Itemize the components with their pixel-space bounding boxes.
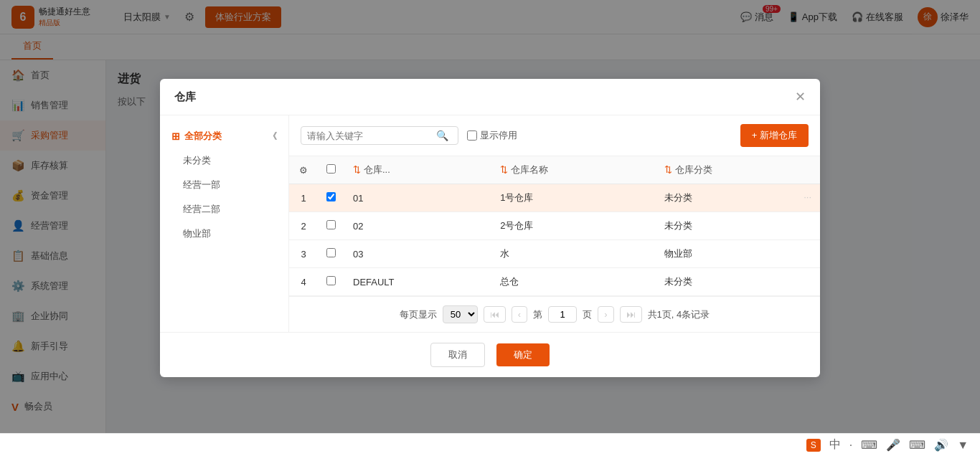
row-checkbox[interactable] [318,184,344,212]
prev-page-button[interactable]: ‹ [512,306,527,323]
per-page-select[interactable]: 50 [443,305,478,323]
modal-body: ⊞ 全部分类 《 未分类 经营一部 经营二部 物业部 🔍 [160,115,820,332]
row-checkbox[interactable] [318,268,344,296]
show-disabled-label[interactable]: 显示停用 [467,129,517,142]
row-name: 总仓 [491,268,656,296]
table-row[interactable]: 2 02 2号仓库 未分类 [289,212,820,240]
col-settings: ⚙ [289,156,318,184]
collapse-icon: 《 [268,130,277,143]
network-icon[interactable]: 🔊 [934,438,948,452]
row-code: 02 [344,212,491,240]
table-row[interactable]: 1 01 1号仓库 未分类··· [289,184,820,212]
modal-header: 仓库 ✕ [160,79,820,115]
first-page-button[interactable]: ⏮ [484,306,506,323]
row-category: 未分类 [656,268,820,296]
category-item-property[interactable]: 物业部 [160,222,288,246]
chinese-input-icon[interactable]: S [806,439,821,452]
category-item-unclassified[interactable]: 未分类 [160,148,288,173]
row-checkbox[interactable] [318,212,344,240]
show-disabled-checkbox[interactable] [467,130,477,141]
last-page-button[interactable]: ⏭ [620,306,642,323]
col-checkbox [318,156,344,184]
row-category: 未分类 [656,212,820,240]
col-name: ⇅仓库名称 [491,156,656,184]
warehouse-table: ⚙ ⇅仓库... ⇅仓库名称 ⇅仓库分类 1 01 1号仓库 未分类··· 2 … [289,156,820,296]
warehouse-modal: 仓库 ✕ ⊞ 全部分类 《 未分类 经营一部 经营二部 物业部 [160,79,820,377]
page-suffix: 页 [583,308,592,321]
select-all-checkbox[interactable] [326,164,336,174]
next-page-button[interactable]: › [598,306,613,323]
row-select-checkbox[interactable] [326,276,336,285]
category-item-dept1[interactable]: 经营一部 [160,173,288,197]
close-icon[interactable]: ✕ [795,89,806,105]
category-tree: ⊞ 全部分类 《 未分类 经营一部 经营二部 物业部 [160,115,289,332]
table-row[interactable]: 3 03 水 物业部 [289,240,820,268]
add-warehouse-button[interactable]: + 新增仓库 [740,124,809,147]
row-num: 3 [289,240,318,268]
cancel-button[interactable]: 取消 [430,343,485,367]
row-select-checkbox[interactable] [326,192,336,201]
row-checkbox[interactable] [318,240,344,268]
search-box[interactable]: 🔍 [301,126,458,145]
row-code: 01 [344,184,491,212]
row-select-checkbox[interactable] [326,248,336,257]
row-actions-icon[interactable]: ··· [804,191,811,202]
keyboard-icon[interactable]: ⌨ [861,438,877,452]
confirm-button[interactable]: 确定 [496,343,550,366]
search-icon: 🔍 [436,130,448,141]
all-categories[interactable]: ⊞ 全部分类 《 [160,124,288,148]
row-num: 2 [289,212,318,240]
row-code: 03 [344,240,491,268]
row-num: 4 [289,268,318,296]
row-code: DEFAULT [344,268,491,296]
lang-icon[interactable]: 中 [829,437,841,452]
row-name: 2号仓库 [491,212,656,240]
table-row[interactable]: 4 DEFAULT 总仓 未分类 [289,268,820,296]
col-code: ⇅仓库... [344,156,491,184]
total-info: 共1页, 4条记录 [648,308,710,321]
modal-right: 🔍 显示停用 + 新增仓库 ⚙ [289,115,820,332]
col-category: ⇅仓库分类 [656,156,820,184]
page-input[interactable] [548,306,577,323]
volume-icon[interactable]: ▼ [957,439,969,452]
modal-footer: 取消 确定 [160,332,820,377]
row-category: 物业部 [656,240,820,268]
input-settings-icon[interactable]: ⌨ [909,438,925,452]
grid-icon: ⊞ [171,130,180,142]
modal-title: 仓库 [174,90,196,104]
bottom-bar: S 中 · ⌨ 🎤 ⌨ 🔊 ▼ [0,433,980,456]
dot-icon: · [849,439,852,452]
row-name: 1号仓库 [491,184,656,212]
row-num: 1 [289,184,318,212]
per-page-label: 每页显示 [400,308,437,321]
modal-toolbar: 🔍 显示停用 + 新增仓库 [289,115,820,156]
row-category: 未分类··· [656,184,820,212]
modal-overlay: 仓库 ✕ ⊞ 全部分类 《 未分类 经营一部 经营二部 物业部 [0,0,980,456]
row-name: 水 [491,240,656,268]
category-item-dept2[interactable]: 经营二部 [160,197,288,222]
row-select-checkbox[interactable] [326,220,336,229]
pagination: 每页显示 50 ⏮ ‹ 第 页 › ⏭ 共1页, 4条记录 [289,296,820,332]
mic-icon[interactable]: 🎤 [886,438,900,452]
page-label: 第 [533,308,542,321]
search-input[interactable] [307,130,436,141]
